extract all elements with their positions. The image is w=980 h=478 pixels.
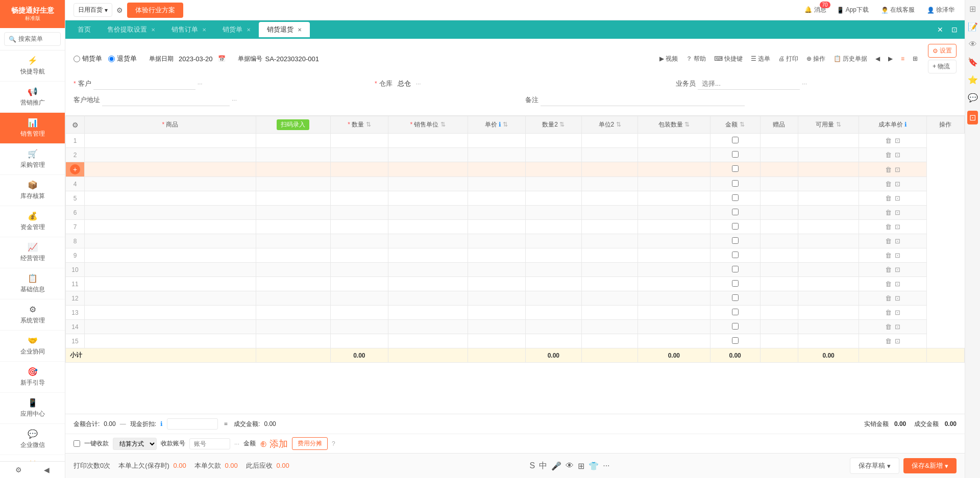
tab-price-setting[interactable]: 售价提取设置 ✕	[99, 22, 163, 37]
scan-button[interactable]: 扫码录入	[277, 119, 309, 130]
cost-price-info-icon[interactable]: ℹ	[904, 121, 907, 128]
delete-icon[interactable]: 🗑	[885, 251, 892, 259]
operation-btn[interactable]: ⊕ 操作	[804, 54, 827, 64]
select-btn[interactable]: ☰ 选单	[749, 54, 772, 64]
list-view-btn[interactable]: ≡	[899, 54, 906, 63]
sales-unit-cell-1[interactable]	[331, 134, 388, 148]
qty2-cell-1[interactable]	[468, 134, 525, 148]
customer-dots[interactable]: ···	[198, 80, 203, 87]
nav-next-btn[interactable]: ▶	[886, 54, 895, 63]
sidebar-item-sales[interactable]: 📊 销售管理	[0, 113, 65, 144]
product-cell-3[interactable]	[85, 162, 256, 177]
nav-prev-btn[interactable]: ◀	[873, 54, 882, 63]
copy-icon[interactable]: ⊡	[895, 337, 900, 345]
delete-icon[interactable]: 🗑	[885, 223, 892, 231]
gift-checkbox-1[interactable]	[732, 137, 739, 143]
col-unit-price-sort-icon[interactable]: ⇅	[503, 121, 508, 128]
copy-icon[interactable]: ⊡	[895, 180, 900, 188]
tool-icon-6[interactable]: ···	[603, 461, 609, 470]
help-btn[interactable]: ？ 帮助	[684, 54, 708, 64]
add-payment-button[interactable]: ⊕ 添加	[260, 438, 288, 450]
save-new-button[interactable]: 保存&新增 ▾	[903, 458, 957, 473]
col-qty-sort-icon[interactable]: ⇅	[366, 121, 371, 128]
fee-help-icon[interactable]: ?	[332, 440, 335, 447]
gift-checkbox[interactable]	[732, 323, 739, 330]
tab-sales-order-close[interactable]: ✕	[202, 27, 206, 33]
product-cell-1[interactable]	[85, 134, 256, 148]
amount-cell-1[interactable]	[638, 134, 710, 148]
fee-split-button[interactable]: 费用分摊	[292, 437, 328, 450]
sidebar-item-wechat[interactable]: 💬 企业微信	[0, 424, 65, 455]
delete-icon[interactable]: 🗑	[885, 280, 892, 288]
video-btn[interactable]: ▶ 视频	[657, 54, 680, 64]
right-bookmark-icon[interactable]: 🔖	[968, 57, 978, 67]
maximize-button[interactable]: ⊡	[948, 23, 961, 36]
address-dots[interactable]: ···	[232, 96, 237, 104]
salesperson-dots[interactable]: ···	[802, 80, 807, 87]
copy-icon[interactable]: ⊡	[895, 237, 900, 245]
account-dots[interactable]: ···	[234, 440, 239, 447]
sidebar-item-guide[interactable]: 🎯 新手引导	[0, 362, 65, 393]
delivery-radio[interactable]	[74, 56, 80, 62]
tab-delivery-close[interactable]: ✕	[247, 27, 251, 33]
add-row-button[interactable]: +	[70, 164, 80, 174]
address-input[interactable]	[102, 94, 230, 106]
unit2-cell-2[interactable]	[525, 148, 581, 162]
account-input[interactable]	[189, 438, 230, 449]
copy-icon-1[interactable]: ⊡	[895, 137, 900, 144]
delete-icon[interactable]: 🗑	[885, 237, 892, 245]
package-qty-cell-3[interactable]	[581, 162, 638, 177]
cost-price-cell-2[interactable]	[798, 148, 859, 162]
sidebar-item-app-center[interactable]: 📱 应用中心	[0, 393, 65, 424]
tab-price-setting-close[interactable]: ✕	[151, 27, 155, 33]
save-draft-dropdown-icon[interactable]: ▾	[887, 462, 891, 470]
unit-price-info-icon[interactable]: ℹ	[499, 121, 501, 128]
discount-info-icon[interactable]: ℹ	[160, 420, 163, 427]
qty-cell-1[interactable]	[256, 134, 330, 148]
salesperson-input[interactable]	[698, 78, 800, 90]
col-package-qty-sort-icon[interactable]: ⇅	[684, 121, 690, 128]
delete-icon[interactable]: 🗑	[885, 337, 892, 345]
app-download-area[interactable]: 📱 App下载	[835, 5, 871, 15]
qty-cell-2[interactable]	[256, 148, 330, 162]
sidebar-item-purchase[interactable]: 🛒 采购管理	[0, 144, 65, 175]
product-input-3[interactable]	[89, 166, 252, 173]
delivery-radio-label[interactable]: 销货单	[74, 54, 102, 63]
print-btn[interactable]: 🖨 打印	[776, 54, 800, 64]
gift-checkbox[interactable]	[732, 280, 739, 287]
gift-checkbox[interactable]	[732, 251, 739, 258]
sales-unit-cell-2[interactable]	[331, 148, 388, 162]
right-table-icon[interactable]: ⊡	[967, 111, 978, 124]
industry-dropdown[interactable]: 日用百货 ▾	[74, 3, 112, 17]
save-new-dropdown-icon[interactable]: ▾	[945, 462, 948, 470]
unit-price-cell-3[interactable]	[388, 162, 468, 177]
unit-price-cell-2[interactable]	[388, 148, 468, 162]
tab-delivery[interactable]: 销货单 ✕	[214, 22, 259, 37]
gift-cell-3[interactable]	[710, 162, 760, 177]
col-amount-sort-icon[interactable]: ⇅	[740, 121, 745, 128]
logistics-btn[interactable]: + 物流	[928, 60, 957, 73]
gift-cell-1[interactable]	[710, 134, 760, 148]
tab-sales-order[interactable]: 销售订单 ✕	[163, 22, 214, 37]
col-qty2-sort-icon[interactable]: ⇅	[559, 121, 565, 128]
delete-icon[interactable]: 🗑	[885, 309, 892, 316]
sidebar-item-system[interactable]: ⚙ 系统管理	[0, 299, 65, 331]
tool-icon-2[interactable]: 🎤	[551, 461, 561, 471]
col-available-sort-icon[interactable]: ⇅	[836, 121, 841, 128]
delete-icon-2[interactable]: 🗑	[885, 151, 892, 159]
copy-icon[interactable]: ⊡	[895, 223, 900, 231]
return-radio[interactable]	[108, 56, 115, 62]
search-menu-button[interactable]: 🔍 搜索菜单	[4, 32, 61, 46]
settings-gear-button[interactable]: ⚙	[116, 6, 123, 14]
close-tab-button[interactable]: ✕	[934, 23, 946, 36]
right-eye-icon[interactable]: 👁	[969, 40, 977, 49]
amount-cell-3[interactable]	[638, 162, 710, 177]
save-draft-button[interactable]: 保存草稿 ▾	[850, 458, 899, 474]
delete-icon[interactable]: 🗑	[885, 209, 892, 216]
right-chat-icon[interactable]: 💬	[968, 93, 978, 103]
copy-icon-3[interactable]: ⊡	[895, 166, 900, 173]
tool-icon-3[interactable]: 👁	[566, 461, 574, 470]
amount-cell-2[interactable]	[638, 148, 710, 162]
online-service-area[interactable]: 👨‍💼 在线客服	[879, 5, 917, 15]
sougou-icon[interactable]: S	[530, 461, 535, 470]
